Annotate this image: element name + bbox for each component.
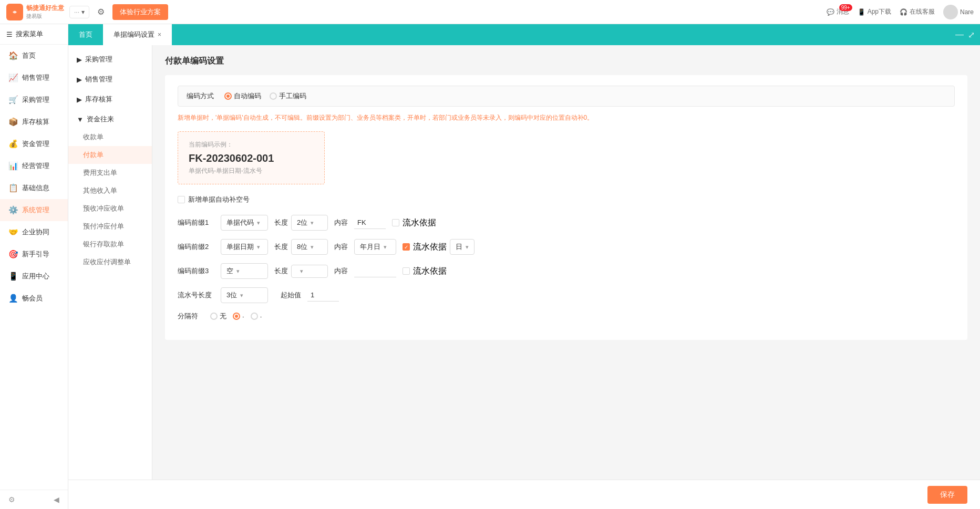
prefix2-length-select[interactable]: 8位 ▾: [291, 239, 328, 255]
sub-item-bank-label: 银行存取款单: [83, 240, 124, 248]
sidebar-item-apps[interactable]: 📱 应用中心: [0, 265, 68, 287]
prefix1-stream-label: 流水依据: [403, 217, 436, 228]
prefix2-stream-checkbox[interactable]: ✓: [403, 243, 410, 251]
sidebar-item-inventory[interactable]: 📦 库存核算: [0, 111, 68, 133]
prefix3-length-arrow: ▾: [300, 268, 303, 275]
prefix1-content-input[interactable]: [354, 216, 386, 229]
download-icon: 📱: [858, 8, 865, 16]
sidebar-item-home[interactable]: 🏠 首页: [0, 45, 68, 67]
sidebar-item-finance[interactable]: 💰 资金管理: [0, 133, 68, 155]
prefix2-select[interactable]: 单据日期 ▾: [221, 239, 268, 255]
prefix3-length-select[interactable]: ▾: [291, 265, 328, 278]
prefix3-content-input[interactable]: [354, 265, 396, 277]
sep-none-radio[interactable]: [210, 313, 218, 320]
sidebar-item-management[interactable]: 📊 经营管理: [0, 155, 68, 177]
sub-group-inventory-title[interactable]: ▶ 库存核算: [68, 90, 152, 108]
user-area[interactable]: Nare: [943, 5, 974, 19]
sep-hyphen-radio[interactable]: [251, 313, 258, 320]
prefix1-arrow: ▾: [257, 220, 260, 226]
prefix2-content-select[interactable]: 年月日 ▾: [354, 239, 396, 255]
auto-fill-checkbox[interactable]: [178, 196, 185, 203]
sub-group-fund-title[interactable]: ▼ 资金往来: [68, 110, 152, 128]
chevron-down-icon: ▾: [81, 8, 85, 16]
sub-item-advance-payment[interactable]: 预付冲应付单: [68, 217, 152, 235]
sidebar-settings-button[interactable]: ⚙: [8, 495, 15, 504]
sub-item-bank[interactable]: 银行存取款单: [68, 235, 152, 253]
search-icon: ☰: [6, 30, 13, 38]
sidebar-label-inventory: 库存核算: [22, 117, 49, 127]
experience-button[interactable]: 体验行业方案: [112, 4, 168, 20]
auto-encoding-radio[interactable]: [224, 92, 232, 100]
sales-icon: 📈: [8, 73, 18, 82]
tab-home-label: 首页: [79, 30, 92, 39]
prefix1-length-select[interactable]: 2位 ▾: [291, 215, 328, 231]
sidebar-item-sales[interactable]: 📈 销售管理: [0, 67, 68, 89]
encoding-radio-group: 自动编码 手工编码: [224, 91, 306, 101]
prefix2-value: 单据日期: [226, 242, 254, 252]
sep-dot-label: ·: [242, 313, 244, 320]
sub-group-sales-title[interactable]: ▶ 销售管理: [68, 70, 152, 88]
sub-item-advance-receipt[interactable]: 预收冲应收单: [68, 200, 152, 217]
save-button[interactable]: 保存: [927, 486, 967, 504]
sidebar-item-system[interactable]: ⚙️ 系统管理: [0, 199, 68, 221]
member-icon: 👤: [8, 294, 18, 303]
sub-item-other-income[interactable]: 其他收入单: [68, 182, 152, 200]
prefix2-arrow: ▾: [257, 244, 260, 251]
sidebar-item-purchase[interactable]: 🛒 采购管理: [0, 89, 68, 111]
prefix1-length-item: 长度 2位 ▾: [274, 215, 328, 231]
app-download-button[interactable]: 📱 App下载: [858, 7, 891, 16]
tab-expand-button[interactable]: ⤢: [968, 30, 975, 40]
tab-minimize-button[interactable]: —: [955, 30, 964, 39]
manual-encoding-radio[interactable]: [270, 92, 277, 100]
code-example-desc: 单据代码-单据日期-流水号: [189, 167, 314, 175]
sub-item-advance-payment-label: 预付冲应付单: [83, 222, 124, 230]
header-nav-controls: ··· ▾ ⚙ 体验行业方案: [69, 4, 168, 20]
prefix1-stream-checkbox[interactable]: [392, 219, 399, 226]
avatar: [943, 5, 958, 19]
tab-close-icon[interactable]: ×: [158, 31, 161, 38]
purchase-icon: 🛒: [8, 95, 18, 105]
sub-item-payment[interactable]: 付款单: [68, 146, 152, 164]
stream-no-select[interactable]: 3位 ▾: [221, 287, 268, 303]
search-menu-button[interactable]: ☰ 搜索菜单: [0, 24, 68, 45]
prefix1-length-value: 2位: [297, 218, 307, 227]
sep-none-option[interactable]: 无: [210, 311, 226, 321]
sub-item-receipt[interactable]: 收款单: [68, 128, 152, 146]
manual-encoding-option[interactable]: 手工编码: [270, 91, 306, 101]
tab-encoding-settings[interactable]: 单据编码设置 ×: [103, 24, 172, 45]
prefix3-select[interactable]: 空 ▾: [221, 263, 268, 279]
stream-no-row: 流水号长度 3位 ▾ 起始值: [178, 287, 955, 303]
prefix1-stream-row: 流水依据: [392, 217, 436, 228]
message-badge: 99+: [839, 4, 852, 11]
settings-icon[interactable]: ⚙: [94, 5, 108, 19]
prefix3-stream-checkbox[interactable]: [403, 267, 410, 275]
sidebar-item-guide[interactable]: 🎯 新手引导: [0, 243, 68, 265]
breadcrumb-dropdown[interactable]: ··· ▾: [69, 6, 89, 18]
sep-none-label: 无: [220, 311, 226, 321]
tab-home[interactable]: 首页: [68, 24, 103, 45]
sidebar-collapse-button[interactable]: ◀: [54, 495, 59, 504]
prefix2-stream-unit-select[interactable]: 日 ▾: [450, 239, 474, 255]
sub-item-payment-label: 付款单: [83, 151, 104, 159]
message-button[interactable]: 💬 消息 99+: [827, 7, 849, 16]
sep-hyphen-option[interactable]: ·: [251, 313, 262, 320]
encoding-method-row: 编码方式 自动编码 手工编码: [178, 86, 955, 107]
sep-dot-radio[interactable]: [233, 313, 240, 320]
header-left: 畅捷通好生意 捷易版 ··· ▾ ⚙ 体验行业方案: [6, 4, 168, 20]
sidebar-item-member[interactable]: 👤 畅会员: [0, 287, 68, 309]
stream-no-label: 流水号长度: [178, 290, 214, 300]
info-text-content: 新增单据时，'单据编码'自动生成，不可编辑。前缀设置为部门、业务员等档案类，开单…: [178, 114, 593, 121]
sidebar-item-cooperation[interactable]: 🤝 企业协同: [0, 221, 68, 243]
sub-item-expense[interactable]: 费用支出单: [68, 164, 152, 182]
sub-item-adjust[interactable]: 应收应付调整单: [68, 253, 152, 271]
sub-item-advance-receipt-label: 预收冲应收单: [83, 204, 124, 212]
prefix1-select[interactable]: 单据代码 ▾: [221, 215, 268, 231]
online-service-button[interactable]: 🎧 在线客服: [900, 7, 935, 16]
start-value-input[interactable]: [307, 289, 339, 302]
sidebar-item-base[interactable]: 📋 基础信息: [0, 177, 68, 199]
prefix3-label: 编码前缀3: [178, 266, 214, 276]
sub-group-purchase-title[interactable]: ▶ 采购管理: [68, 50, 152, 68]
auto-fill-row: 新增单据自动补空号: [178, 195, 955, 204]
sep-dot-option[interactable]: ·: [233, 313, 244, 320]
auto-encoding-option[interactable]: 自动编码: [224, 91, 261, 101]
